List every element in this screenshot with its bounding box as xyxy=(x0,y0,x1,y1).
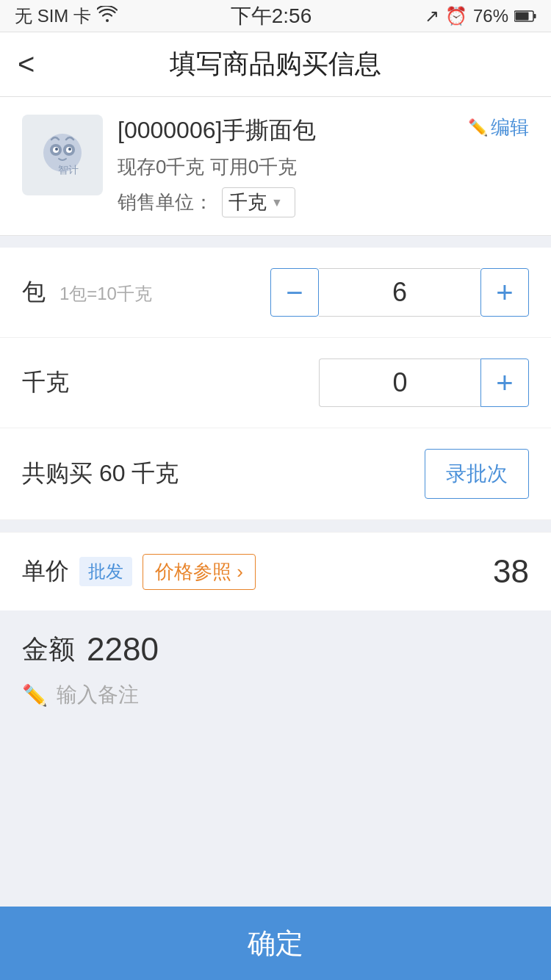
amount-section: 金额 2280 ✏️ 输入备注 xyxy=(0,610,551,724)
package-qty-input[interactable] xyxy=(319,268,480,317)
package-increment-button[interactable]: + xyxy=(480,268,529,317)
product-image: 智计 xyxy=(22,115,103,195)
package-decrement-button[interactable]: − xyxy=(270,268,319,317)
price-tag: 批发 xyxy=(79,557,132,586)
status-right: ↗ ⏰ 76% xyxy=(425,6,536,26)
svg-rect-1 xyxy=(534,14,536,18)
confirm-label: 确定 xyxy=(248,925,303,962)
product-info: [0000006]手撕面包 ✏️ 编辑 现存0千克 可用0千克 销售单位： 千克 xyxy=(118,115,529,217)
svg-rect-2 xyxy=(516,12,529,20)
summary-row: 共购买 60 千克 录批次 xyxy=(0,428,551,520)
kilogram-qty-input[interactable] xyxy=(319,359,480,407)
summary-text: 共购买 60 千克 xyxy=(22,458,425,490)
page-title: 填写商品购买信息 xyxy=(170,46,381,82)
price-value: 38 xyxy=(493,553,529,590)
remark-placeholder: 输入备注 xyxy=(57,681,139,709)
package-quantity-row: 包 1包=10千克 − + xyxy=(0,248,551,338)
product-logo-icon: 智计 xyxy=(37,125,88,185)
package-section: 包 1包=10千克 − + 千克 + 共购买 60 千克 录批次 xyxy=(0,248,551,520)
pencil-icon: ✏️ xyxy=(22,683,48,707)
kilogram-qty-control: + xyxy=(319,359,529,407)
product-unit-row: 销售单位： 千克 xyxy=(118,187,529,217)
status-time: 下午2:56 xyxy=(231,2,312,30)
kilogram-quantity-row: 千克 + xyxy=(0,338,551,428)
product-card: 智计 [0000006]手撕面包 ✏️ 编辑 现存0千克 可用0千克 销售单位：… xyxy=(0,97,551,236)
amount-label: 金额 xyxy=(22,632,75,668)
package-hint: 1包=10千克 xyxy=(60,284,152,303)
package-qty-control: − + xyxy=(270,268,529,317)
unit-select[interactable]: 千克 xyxy=(222,187,295,217)
edit-icon: ✏️ xyxy=(468,118,488,137)
svg-text:智计: 智计 xyxy=(58,164,79,176)
package-label: 包 1包=10千克 xyxy=(22,276,270,309)
status-bar: 无 SIM 卡 下午2:56 ↗ ⏰ 76% xyxy=(0,0,551,32)
nav-bar: < 填写商品购买信息 xyxy=(0,32,551,97)
remark-row[interactable]: ✏️ 输入备注 xyxy=(22,681,529,709)
price-ref-button[interactable]: 价格参照 › xyxy=(143,554,256,590)
edit-button[interactable]: ✏️ 编辑 xyxy=(468,115,529,140)
status-left: 无 SIM 卡 xyxy=(15,4,118,28)
divider-1 xyxy=(0,236,551,248)
price-label: 单价 xyxy=(22,555,69,588)
unit-label: 销售单位： xyxy=(118,190,213,215)
confirm-button[interactable]: 确定 xyxy=(0,907,551,980)
svg-point-8 xyxy=(55,148,58,151)
sim-status: 无 SIM 卡 xyxy=(15,4,91,28)
battery-icon xyxy=(514,6,536,26)
wifi-icon xyxy=(97,6,118,26)
amount-row: 金额 2280 xyxy=(22,631,529,668)
divider-2 xyxy=(0,520,551,532)
batch-button[interactable]: 录批次 xyxy=(425,449,529,499)
alarm-icon: ⏰ xyxy=(445,6,467,26)
back-button[interactable]: < xyxy=(18,48,35,81)
kilogram-label: 千克 xyxy=(22,367,319,399)
location-icon: ↗ xyxy=(425,6,439,26)
price-row: 单价 批发 价格参照 › 38 xyxy=(22,553,529,590)
product-name: [0000006]手撕面包 xyxy=(118,115,316,147)
price-section: 单价 批发 价格参照 › 38 xyxy=(0,532,551,610)
product-stock: 现存0千克 可用0千克 xyxy=(118,154,529,180)
kilogram-increment-button[interactable]: + xyxy=(480,359,529,407)
battery-text: 76% xyxy=(473,6,508,26)
svg-point-9 xyxy=(68,148,71,151)
edit-label: 编辑 xyxy=(491,115,529,140)
amount-value: 2280 xyxy=(87,631,159,668)
